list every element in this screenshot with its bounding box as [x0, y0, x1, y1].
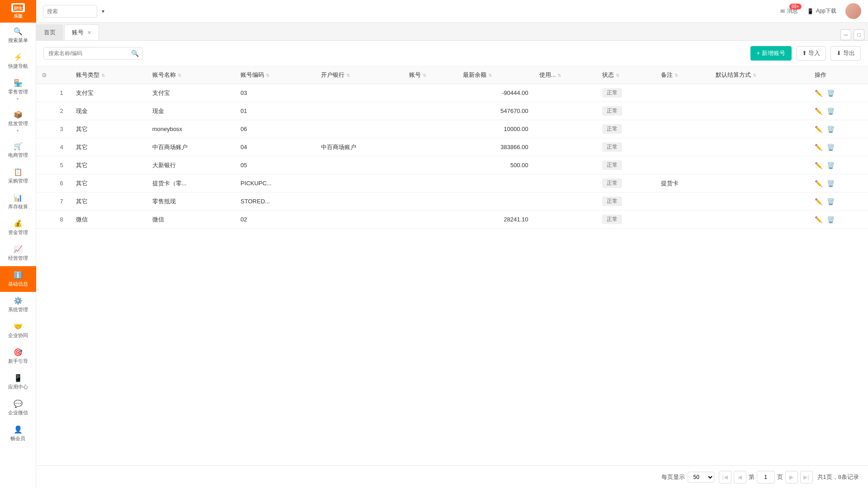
sidebar-item-guide[interactable]: 🎯 新手引导 [0, 343, 36, 369]
row-usage [534, 174, 597, 192]
edit-icon[interactable]: ✏️ [815, 180, 822, 187]
header-search-input[interactable] [43, 5, 97, 18]
export-button[interactable]: ⬇ 导出 [830, 46, 861, 61]
add-account-button[interactable]: + 新增账号 [750, 46, 792, 61]
table-header-row: ⚙ 账号类型⇅ 账号名称⇅ 账号编码⇅ 开户银行⇅ 账号⇅ 最新余额⇅ 使用..… [36, 66, 868, 84]
sidebar-item-ecommerce[interactable]: 🛒 电商管理 [0, 137, 36, 163]
last-page-button[interactable]: ▶| [800, 471, 813, 483]
gear-icon[interactable]: ⚙ [42, 72, 47, 79]
tab-minimize-button[interactable]: ─ [840, 29, 851, 40]
user-avatar[interactable] [845, 3, 861, 19]
row-usage [534, 192, 597, 211]
prev-page-button[interactable]: ◀ [734, 471, 746, 483]
enterprise-icon: 🤝 [14, 322, 23, 331]
tab-maximize-button[interactable]: □ [854, 29, 864, 40]
sidebar-item-basic[interactable]: ℹ️ 基础信息 [0, 266, 36, 292]
row-balance: 383866.00 [458, 138, 534, 156]
import-button[interactable]: ⬆ 导入 [796, 46, 826, 61]
status-badge: 正常 [602, 88, 622, 98]
col-remark: 备注⇅ [656, 66, 710, 84]
app-download-button[interactable]: 📱 App下载 [807, 7, 836, 15]
message-icon: ✉ [780, 8, 785, 14]
sidebar-item-wechat[interactable]: 💬 企业微信 [0, 395, 36, 421]
next-page-button[interactable]: ▶ [785, 471, 798, 483]
message-button[interactable]: ✉ 消息 99+ [780, 7, 798, 15]
sidebar-item-wholesale[interactable]: 📦 批发管理 ▾ [0, 106, 36, 137]
sidebar-item-inventory[interactable]: 📊 库存核算 [0, 189, 36, 215]
edit-icon[interactable]: ✏️ [815, 126, 822, 133]
per-page-label: 每页显示 [661, 473, 685, 481]
edit-icon[interactable]: ✏️ [815, 108, 822, 115]
status-badge: 正常 [602, 197, 622, 206]
row-remark [656, 211, 710, 229]
delete-icon[interactable]: 🗑️ [827, 89, 835, 97]
sidebar-item-finance[interactable]: 💰 资金管理 [0, 215, 36, 240]
row-type: 其它 [71, 156, 147, 174]
main-content: ▾ ✉ 消息 99+ 📱 App下载 首页 账号 ✕ ─ □ [36, 0, 868, 488]
sidebar-item-label: 畅会员 [10, 435, 25, 442]
sidebar-item-purchase[interactable]: 📋 采购管理 [0, 163, 36, 189]
edit-icon[interactable]: ✏️ [815, 198, 822, 205]
page-size-select[interactable]: 50 100 200 [688, 472, 714, 483]
table-row: 1 支付宝 支付宝 03 -90444.00 正常 ✏️ 🗑️ [36, 84, 868, 102]
col-num [52, 66, 71, 84]
row-code: 01 [235, 102, 316, 120]
sidebar-item-label: 经营管理 [8, 255, 28, 262]
delete-icon[interactable]: 🗑️ [827, 180, 835, 187]
purchase-icon: 📋 [14, 168, 23, 176]
row-balance: -90444.00 [458, 84, 534, 102]
action-icons: ✏️ 🗑️ [815, 126, 863, 133]
row-num: 3 [52, 120, 71, 138]
delete-icon[interactable]: 🗑️ [827, 162, 835, 169]
header-dropdown[interactable]: ▾ [102, 8, 104, 14]
sidebar-item-label: 应用中心 [8, 384, 28, 390]
sidebar-item-operation[interactable]: 📈 经营管理 [0, 240, 36, 266]
row-type: 其它 [71, 120, 147, 138]
logo-icon: 好生意 [11, 3, 25, 12]
delete-icon[interactable]: 🗑️ [827, 198, 835, 205]
search-menu-icon: 🔍 [14, 27, 23, 36]
delete-icon[interactable]: 🗑️ [827, 216, 835, 223]
row-action: ✏️ 🗑️ [809, 192, 868, 211]
sidebar-item-label: 搜索菜单 [8, 37, 28, 44]
search-input[interactable] [44, 47, 127, 59]
tab-account[interactable]: 账号 ✕ [64, 24, 99, 40]
tab-bar-controls: ─ □ [840, 29, 868, 40]
row-usage [534, 120, 597, 138]
delete-icon[interactable]: 🗑️ [827, 108, 835, 115]
row-type: 微信 [71, 211, 147, 229]
col-code: 账号编码⇅ [235, 66, 316, 84]
row-bank [316, 192, 404, 211]
sidebar-item-label: 零售管理 [8, 89, 28, 95]
edit-icon[interactable]: ✏️ [815, 216, 822, 223]
sidebar-item-enterprise[interactable]: 🤝 企业协同 [0, 318, 36, 343]
appcenter-icon: 📱 [14, 374, 23, 382]
tab-close-icon[interactable]: ✕ [87, 30, 91, 35]
sidebar-item-system[interactable]: ⚙️ 系统管理 [0, 292, 36, 318]
row-settlement [710, 211, 809, 229]
page-number-input[interactable] [757, 471, 775, 483]
sidebar-item-member[interactable]: 👤 畅会员 [0, 421, 36, 446]
sidebar-item-appcenter[interactable]: 📱 应用中心 [0, 369, 36, 395]
row-name: moneybosx [147, 120, 235, 138]
edit-icon[interactable]: ✏️ [815, 144, 822, 151]
edit-icon[interactable]: ✏️ [815, 162, 822, 169]
delete-icon[interactable]: 🗑️ [827, 126, 835, 133]
row-balance: 547670.00 [458, 102, 534, 120]
col-usage: 使用...⇅ [534, 66, 597, 84]
sidebar-item-shortcut[interactable]: ⚡ 快捷导航 [0, 48, 36, 74]
chevron-down-icon: ▾ [102, 8, 104, 14]
row-settings [36, 211, 52, 229]
search-button[interactable]: 🔍 [127, 50, 142, 57]
first-page-button[interactable]: |◀ [719, 471, 731, 483]
sidebar-item-retail[interactable]: 🏪 零售管理 ▾ [0, 74, 36, 106]
sort-icon: ⇅ [488, 73, 492, 78]
table-row: 7 其它 零售抵现 STORED... 正常 ✏️ 🗑️ [36, 192, 868, 211]
row-name: 提货卡（零... [147, 174, 235, 192]
table-row: 2 现金 现金 01 547670.00 正常 ✏️ 🗑️ [36, 102, 868, 120]
sidebar-item-search[interactable]: 🔍 搜索菜单 [0, 23, 36, 48]
row-settlement [710, 120, 809, 138]
edit-icon[interactable]: ✏️ [815, 89, 822, 97]
delete-icon[interactable]: 🗑️ [827, 144, 835, 151]
tab-home[interactable]: 首页 [36, 24, 63, 40]
